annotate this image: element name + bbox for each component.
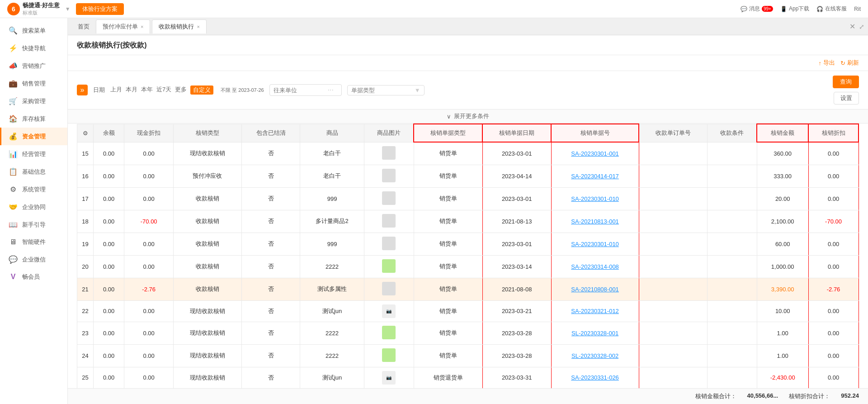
sidebar-item-stock[interactable]: 🏠 库存核算 <box>0 110 67 128</box>
page-title: 收款核销执行(按收款) <box>77 41 859 50</box>
sidebar-item-wechat[interactable]: 💬 企业微信 <box>0 251 67 268</box>
sidebar-item-sales[interactable]: 💼 销售管理 <box>0 75 67 92</box>
top-dropdown[interactable]: ▼ <box>65 6 71 12</box>
expand-arrow: ∨ <box>447 113 451 120</box>
tab-window-close[interactable]: ✕ <box>849 22 855 31</box>
tab-receivable[interactable]: 收款核销执行 × <box>152 19 206 33</box>
sidebar-label-finance: 资金管理 <box>22 133 46 141</box>
row-doc-no[interactable]: SA-20230301-001 <box>551 142 639 165</box>
sidebar-item-hardware[interactable]: 🖥 智能硬件 <box>0 233 67 251</box>
tab-window-expand[interactable]: ⤢ <box>859 23 864 30</box>
row-discount: 0.00 <box>124 367 174 388</box>
sidebar-label-collab: 企业协同 <box>22 203 46 211</box>
row-goods: 2222 <box>300 255 364 278</box>
row-id: 19 <box>77 233 94 255</box>
row-included: 否 <box>241 233 300 255</box>
refresh-btn[interactable]: ↻ 刷新 <box>840 59 859 67</box>
tab-receivable-close[interactable]: × <box>197 24 199 29</box>
doc-no-link[interactable]: SA-20230301-001 <box>571 150 619 157</box>
user-info[interactable]: Rit <box>854 6 861 12</box>
row-included: 否 <box>241 300 300 322</box>
app-download-btn[interactable]: 📱 App下载 <box>780 5 809 13</box>
row-type: 现结收款核销 <box>174 142 241 165</box>
top-industry-btn[interactable]: 体验行业方案 <box>76 3 124 15</box>
tab-home[interactable]: 首页 <box>71 20 96 33</box>
row-order-no <box>639 187 707 210</box>
doc-no-link[interactable]: SA-20230314-008 <box>571 263 619 270</box>
row-id: 22 <box>77 300 94 322</box>
date-link-this-year[interactable]: 本年 <box>141 86 153 95</box>
col-included: 包含已结清 <box>241 124 300 142</box>
sidebar-label-operation: 经营管理 <box>22 150 46 158</box>
online-service-btn[interactable]: 🎧 在线客服 <box>816 5 847 13</box>
date-link-last-month[interactable]: 上月 <box>110 86 122 95</box>
row-doc-no[interactable]: SA-20230301-010 <box>551 187 639 210</box>
date-link-7days[interactable]: 近7天 <box>156 86 171 95</box>
sidebar-item-search[interactable]: 🔍 搜索菜单 <box>0 22 67 39</box>
row-doc-type: 销货单 <box>414 300 482 322</box>
sidebar-item-collab[interactable]: 🤝 企业协同 <box>0 198 67 216</box>
row-doc-no[interactable]: SA-20230331-026 <box>551 367 639 388</box>
table-body: 150.000.00现结收款核销否老白干销货单2023-03-01SA-2023… <box>77 142 859 388</box>
brand: 6 畅捷通·好生意 标准版 <box>7 1 60 16</box>
expand-bar[interactable]: ∨ 展开更多条件 <box>68 109 868 124</box>
tab-prepay-close[interactable]: × <box>141 24 143 29</box>
row-goods: 老白干 <box>300 142 364 165</box>
tab-prepay[interactable]: 预付冲应付单 × <box>96 19 150 33</box>
query-btn[interactable]: 查询 <box>833 76 859 88</box>
row-doc-no[interactable]: SA-20230414-017 <box>551 165 639 187</box>
sidebar-item-quick[interactable]: ⚡ 快捷导航 <box>0 39 67 57</box>
row-order-no <box>639 300 707 322</box>
doc-type-input[interactable] <box>351 87 415 94</box>
doc-no-link[interactable]: SA-20210813-001 <box>571 218 619 225</box>
sidebar-item-purchase[interactable]: 🛒 采购管理 <box>0 92 67 110</box>
row-doc-type: 销货单 <box>414 322 482 344</box>
filter-collapse-btn[interactable]: » <box>77 85 88 95</box>
row-id: 23 <box>77 322 94 344</box>
export-btn[interactable]: ↑ 导出 <box>819 59 835 67</box>
row-type: 收款核销 <box>174 210 241 233</box>
row-condition <box>707 322 757 344</box>
sidebar-item-marketing[interactable]: 📣 营销推广 <box>0 57 67 75</box>
message-badge: 99+ <box>762 6 773 12</box>
sidebar-label-member: 畅会员 <box>22 273 40 281</box>
col-gear[interactable]: ⚙ <box>77 124 94 142</box>
sidebar-item-system[interactable]: ⚙ 系统管理 <box>0 181 67 198</box>
tab-bar: 首页 预付冲应付单 × 收款核销执行 × ✕ ⤢ <box>68 18 868 35</box>
doc-no-link[interactable]: SL-20230328-002 <box>571 352 618 359</box>
row-amount: 3,390.00 <box>757 278 808 300</box>
doc-no-link[interactable]: SA-20230301-010 <box>571 195 619 202</box>
sidebar-item-basic[interactable]: 📋 基础信息 <box>0 163 67 181</box>
row-doc-no[interactable]: SA-20210813-001 <box>551 210 639 233</box>
service-icon: 🎧 <box>816 6 823 12</box>
row-order-no <box>639 255 707 278</box>
sidebar-item-finance[interactable]: 💰 资金管理 <box>0 128 67 145</box>
row-doc-no[interactable]: SA-20230314-008 <box>551 255 639 278</box>
row-doc-no[interactable]: SA-20230301-010 <box>551 233 639 255</box>
message-btn[interactable]: 💬 消息 99+ <box>741 5 773 13</box>
row-doc-no[interactable]: SA-20230321-012 <box>551 300 639 322</box>
row-doc-no[interactable]: SA-20210808-001 <box>551 278 639 300</box>
sidebar-item-operation[interactable]: 📊 经营管理 <box>0 145 67 163</box>
date-link-more[interactable]: 更多 <box>175 86 187 95</box>
row-hex-discount: -70.00 <box>808 210 859 233</box>
doc-no-link[interactable]: SA-20230414-017 <box>571 173 619 180</box>
sidebar-item-guide[interactable]: 📖 新手引导 <box>0 216 67 233</box>
row-doc-no[interactable]: SL-20230328-002 <box>551 344 639 367</box>
row-doc-no[interactable]: SL-20230328-001 <box>551 322 639 344</box>
date-link-custom[interactable]: 自定义 <box>190 86 213 95</box>
brand-sub: 标准版 <box>23 10 60 16</box>
system-icon: ⚙ <box>9 185 18 194</box>
doc-no-link[interactable]: SA-20230301-010 <box>571 241 619 247</box>
sidebar-item-member[interactable]: V 畅会员 <box>0 268 67 285</box>
doc-no-link[interactable]: SL-20230328-001 <box>571 330 618 337</box>
doc-no-link[interactable]: SA-20210808-001 <box>571 286 619 293</box>
setting-btn[interactable]: 设置 <box>834 92 859 105</box>
doc-no-link[interactable]: SA-20230331-026 <box>571 374 619 381</box>
counterpart-input[interactable] <box>274 87 328 94</box>
date-link-this-month[interactable]: 本月 <box>126 86 137 95</box>
row-discount: -70.00 <box>124 210 174 233</box>
row-doc-date: 2023-03-28 <box>482 322 551 344</box>
row-type: 现结收款核销 <box>174 300 241 322</box>
doc-no-link[interactable]: SA-20230321-012 <box>571 308 619 314</box>
